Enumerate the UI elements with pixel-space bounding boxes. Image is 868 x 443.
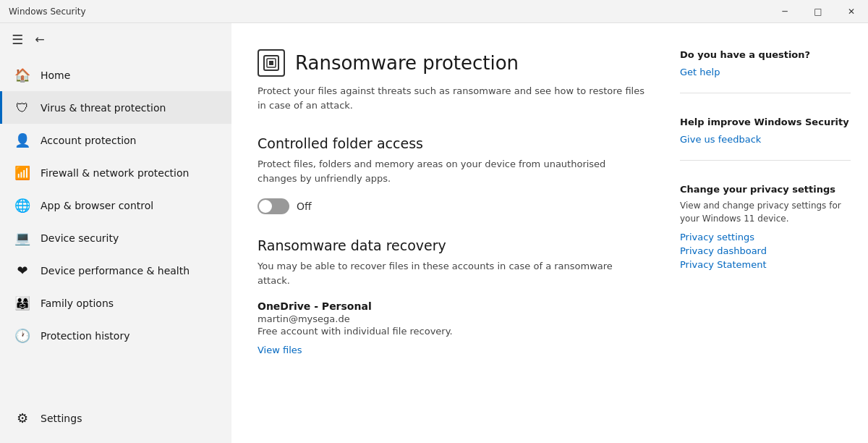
controlled-folder-desc: Protect files, folders and memory areas … (258, 157, 645, 185)
app-body: ☰ ← 🏠 Home 🛡 Virus & threat protection 👤… (0, 23, 868, 443)
recovery-desc: You may be able to recover files in thes… (258, 259, 645, 287)
virus-label: Virus & threat protection (41, 102, 166, 114)
titlebar-controls: ─ □ ✕ (768, 0, 868, 22)
sidebar-top: ☰ ← (0, 23, 231, 56)
account-icon: 👤 (14, 132, 30, 148)
right-link-privacy-dashboard[interactable]: Privacy dashboard (680, 245, 767, 256)
sidebar: ☰ ← 🏠 Home 🛡 Virus & threat protection 👤… (0, 23, 231, 443)
sidebar-item-device-perf[interactable]: ❤ Device performance & health (0, 254, 231, 287)
titlebar-title: Windows Security (9, 7, 86, 17)
family-label: Family options (41, 298, 114, 309)
account-email: martin@mysega.de (258, 313, 645, 324)
home-icon: 🏠 (14, 67, 30, 83)
svg-rect-2 (269, 61, 273, 65)
virus-icon: 🛡 (14, 100, 30, 115)
sidebar-item-home[interactable]: 🏠 Home (0, 59, 231, 91)
right-section-question: Do you have a question?Get help (680, 49, 851, 93)
right-panel-divider (680, 160, 851, 161)
controlled-folder-title: Controlled folder access (258, 135, 645, 151)
page-header: Ransomware protection (258, 49, 645, 77)
family-icon: 👨‍👩‍👧 (14, 295, 30, 311)
sidebar-nav: 🏠 Home 🛡 Virus & threat protection 👤 Acc… (0, 59, 231, 352)
hamburger-icon[interactable]: ☰ (12, 32, 23, 47)
maximize-button[interactable]: □ (801, 0, 835, 23)
right-panel-divider (680, 93, 851, 93)
right-section-desc-privacy: View and change privacy settings for you… (680, 199, 851, 225)
right-section-improve: Help improve Windows SecurityGive us fee… (680, 117, 851, 161)
history-label: Protection history (41, 330, 129, 342)
right-section-title-privacy: Change your privacy settings (680, 184, 851, 195)
app-browser-icon: 🌐 (14, 198, 30, 213)
titlebar: Windows Security ─ □ ✕ (0, 0, 868, 23)
home-label: Home (41, 69, 70, 81)
sidebar-item-account[interactable]: 👤 Account protection (0, 124, 231, 156)
history-icon: 🕐 (14, 328, 30, 343)
sidebar-item-firewall[interactable]: 📶 Firewall & network protection (0, 156, 231, 189)
sidebar-item-app-browser[interactable]: 🌐 App & browser control (0, 189, 231, 222)
right-section-privacy: Change your privacy settingsView and cha… (680, 184, 851, 271)
account-plan: Free account with individual file recove… (258, 326, 645, 337)
controlled-folder-toggle[interactable] (258, 198, 289, 214)
recovery-title: Ransomware data recovery (258, 237, 645, 253)
toggle-row: Off (258, 198, 645, 214)
sidebar-item-history[interactable]: 🕐 Protection history (0, 319, 231, 352)
page-icon (258, 49, 285, 77)
device-security-icon: 💻 (14, 230, 30, 245)
close-button[interactable]: ✕ (835, 0, 868, 23)
toggle-label: Off (297, 201, 312, 212)
sidebar-item-device-security[interactable]: 💻 Device security (0, 222, 231, 254)
back-icon[interactable]: ← (35, 33, 44, 46)
page-title: Ransomware protection (295, 52, 519, 74)
sidebar-item-settings[interactable]: ⚙ Settings (0, 402, 231, 434)
account-label: Account protection (41, 135, 137, 146)
firewall-label: Firewall & network protection (41, 167, 189, 179)
account-name: OneDrive - Personal (258, 300, 645, 312)
sidebar-bottom: ⚙ Settings (0, 387, 231, 434)
toggle-knob (259, 200, 272, 213)
minimize-button[interactable]: ─ (768, 0, 801, 23)
sidebar-item-virus[interactable]: 🛡 Virus & threat protection (0, 91, 231, 124)
view-files-link[interactable]: View files (258, 345, 302, 355)
right-link-privacy-statement[interactable]: Privacy Statement (680, 259, 767, 270)
firewall-icon: 📶 (14, 165, 30, 180)
right-link-get-help[interactable]: Get help (680, 67, 720, 77)
right-link-give-us-feedback[interactable]: Give us feedback (680, 134, 761, 145)
device-security-label: Device security (41, 232, 119, 244)
right-section-title-improve: Help improve Windows Security (680, 117, 851, 127)
page-subtitle: Protect your files against threats such … (258, 84, 645, 112)
sidebar-item-family[interactable]: 👨‍👩‍👧 Family options (0, 287, 231, 319)
app-browser-label: App & browser control (41, 200, 153, 211)
right-section-title-question: Do you have a question? (680, 49, 851, 60)
settings-label: Settings (41, 413, 82, 424)
right-panel: Do you have a question?Get helpHelp impr… (680, 23, 868, 443)
settings-icon: ⚙ (14, 410, 30, 426)
right-link-privacy-settings[interactable]: Privacy settings (680, 232, 754, 242)
device-perf-icon: ❤ (14, 263, 30, 278)
main-content: Ransomware protection Protect your files… (231, 23, 680, 443)
device-perf-label: Device performance & health (41, 265, 190, 277)
recovery-section: Ransomware data recovery You may be able… (258, 237, 645, 356)
